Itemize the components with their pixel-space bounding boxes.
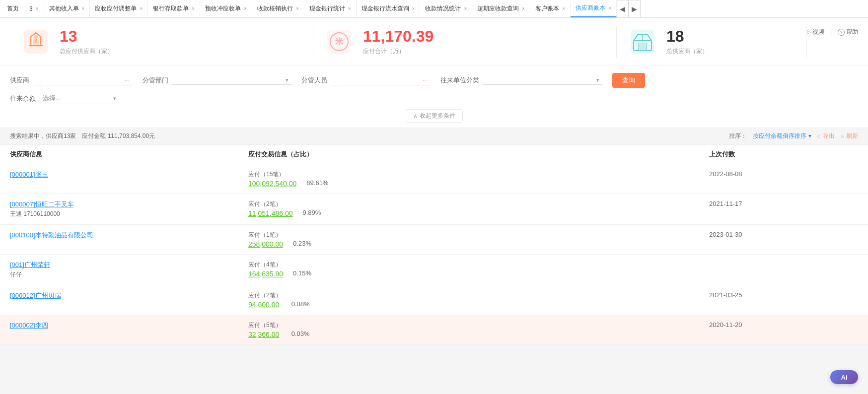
table-row: [000001]张三 应付（15笔） 100,092,540.00 89.61%… — [0, 164, 868, 194]
nav-item-customer-ledger[interactable]: 客户账本 × — [530, 0, 571, 17]
nav-item-3[interactable]: 3 × — [24, 0, 44, 17]
nav-item-label: 超期应收款查询 — [477, 4, 519, 13]
close-icon[interactable]: × — [244, 6, 247, 11]
amount-value[interactable]: 258,000.00 — [248, 240, 283, 248]
nav-item-collection-exec[interactable]: 收款核销执行 × — [252, 0, 304, 17]
supplier-input-text: ... — [36, 76, 125, 84]
close-icon[interactable]: × — [608, 5, 611, 11]
ai-assistant-button[interactable]: Ai — [830, 370, 858, 384]
export-button[interactable]: ○ 导出 — [817, 132, 835, 140]
help-link[interactable]: ? 帮助 — [838, 28, 858, 36]
nav-item-label: 应收应付调整单 — [95, 4, 137, 13]
nav-item-label: 客户账本 — [535, 4, 559, 13]
card2-label: 应付合计（万） — [363, 47, 434, 56]
svg-rect-9 — [639, 43, 647, 51]
collapse-button[interactable]: ∧ 收起更多条件 — [406, 109, 463, 123]
supplier-info-cell: [000012]广州贝瑞 — [10, 291, 248, 309]
nav-item-ar-ap-adjust[interactable]: 应收应付调整单 × — [90, 0, 148, 17]
close-icon[interactable]: × — [412, 6, 415, 11]
filter-row-2: 往来余额 选择... ▾ — [10, 93, 858, 104]
supplier-sub: 仔仔 — [10, 270, 248, 279]
close-icon[interactable]: × — [522, 6, 525, 11]
person-input[interactable]: ... ··· — [331, 75, 431, 85]
amount-value[interactable]: 94,600.00 — [248, 301, 282, 309]
search-button[interactable]: 查询 — [612, 73, 645, 88]
amount-label: 应付（4笔） — [248, 261, 283, 269]
last-pay-cell: 2020-11-20 — [709, 321, 858, 338]
nav-item-label: 预收冲应收单 — [205, 4, 241, 13]
supplier-info-cell: [000100]本特勤油品有限公司 — [10, 231, 248, 248]
card2-number: 11,170.39 — [363, 28, 434, 45]
amount-value[interactable]: 32,366.00 — [248, 330, 282, 338]
balance-select[interactable]: 选择... ▾ — [40, 93, 119, 104]
dept-select[interactable]: ▾ — [172, 76, 291, 85]
amount-label: 应付（5笔） — [248, 321, 282, 329]
sort-select[interactable]: 按应付余额倒序排序 ▾ — [753, 132, 811, 140]
export-label: 导出 — [823, 132, 835, 140]
nav-item-home[interactable]: 首页 — [2, 0, 24, 17]
supplier-info-cell: [000007]恒旺二手叉车 王通 17106110000 — [10, 200, 248, 218]
close-icon[interactable]: × — [36, 6, 39, 11]
amount-label: 应付（1笔） — [248, 231, 283, 239]
refresh-label: 刷新 — [846, 132, 858, 140]
nav-item-bank-deposit[interactable]: 银行存取款单 × — [148, 0, 200, 17]
nav-item-label: 首页 — [7, 4, 19, 13]
close-icon[interactable]: × — [192, 6, 195, 11]
collapse-label: 收起更多条件 — [420, 112, 455, 120]
close-icon[interactable]: × — [82, 6, 85, 11]
filter-row-1: 供应商 ... ··· 分管部门 ▾ 分管人员 ... ··· 往来单位分类 — [10, 73, 858, 88]
nav-item-cash-bank-stats[interactable]: 现金银行统计 × — [304, 0, 357, 17]
category-filter: 往来单位分类 ▾ — [440, 76, 602, 85]
supplier-link[interactable]: [000012]广州贝瑞 — [10, 291, 248, 300]
supplier-link[interactable]: [001]广州荣轩 — [10, 261, 248, 269]
video-link[interactable]: ▷ 视频 — [807, 28, 824, 36]
card3-number: 18 — [666, 28, 708, 45]
card1-content: 13 总应付供应商（家） — [60, 28, 113, 56]
col-header-supplier: 供应商信息 — [10, 150, 248, 159]
amount-info: 应付（2笔） 94,600.00 — [248, 291, 282, 309]
card3-content: 18 总供应商（家） — [666, 28, 708, 56]
close-icon[interactable]: × — [296, 6, 299, 11]
result-summary: 搜索结果中，供应商13家 应付金额 111,703,854.00元 — [10, 132, 155, 140]
close-icon[interactable]: × — [348, 6, 351, 11]
nav-item-label: 现金银行流水查询 — [362, 4, 409, 13]
card3-label: 总供应商（家） — [666, 47, 708, 56]
supplier-info-cell: [001]广州荣轩 仔仔 — [10, 261, 248, 279]
balance-chevron-down-icon: ▾ — [113, 95, 116, 102]
close-icon[interactable]: × — [562, 6, 565, 11]
dept-filter-label: 分管部门 — [143, 76, 168, 85]
nav-arrow-right[interactable]: ▶ — [629, 0, 641, 18]
amount-value[interactable]: 100,092,540.00 — [248, 180, 296, 188]
nav-arrow-left[interactable]: ◀ — [617, 0, 629, 18]
nav-item-other-income[interactable]: 其他收入单 × — [44, 0, 90, 17]
close-icon[interactable]: × — [140, 6, 143, 11]
amount-value[interactable]: 164,635.90 — [248, 270, 283, 278]
nav-item-supplier-ledger[interactable]: 供应商账本 × — [571, 0, 617, 17]
nav-bar: 首页 3 × 其他收入单 × 应收应付调整单 × 银行存取款单 × 预收冲应收单… — [0, 0, 868, 18]
amount-value[interactable]: 11,051,486.00 — [248, 209, 293, 217]
supplier-filter: 供应商 ... ··· — [10, 75, 133, 85]
supplier-link[interactable]: [000002]李四 — [10, 321, 248, 330]
amount-label: 应付（15笔） — [248, 170, 296, 179]
supplier-link[interactable]: [000100]本特勤油品有限公司 — [10, 231, 248, 240]
supplier-input[interactable]: ... ··· — [33, 75, 133, 85]
nav-item-collection-stats[interactable]: 收款情况统计 × — [420, 0, 472, 17]
supplier-link[interactable]: [000001]张三 — [10, 170, 248, 179]
supplier-info-cell: [000001]张三 — [10, 170, 248, 188]
table-row: [000002]李四 应付（5笔） 32,366.00 0.03% 2020-1… — [0, 315, 868, 345]
close-icon[interactable]: × — [464, 6, 467, 11]
col-header-last-pay: 上次付数 — [709, 150, 858, 159]
category-select[interactable]: ▾ — [483, 76, 602, 85]
summary-card-payable-suppliers: ¥ 13 总应付供应商（家） — [10, 26, 313, 58]
amount-info: 应付（1笔） 258,000.00 — [248, 231, 283, 248]
amount-percent: 9.89% — [303, 200, 321, 216]
result-bar: 搜索结果中，供应商13家 应付金额 111,703,854.00元 排序： 按应… — [0, 128, 868, 145]
supplier-info-cell: [000002]李四 — [10, 321, 248, 338]
refresh-button[interactable]: ○ 刷新 — [841, 132, 858, 140]
nav-item-cash-bank-flow[interactable]: 现金银行流水查询 × — [357, 0, 421, 17]
export-icon: ○ — [817, 133, 821, 140]
nav-item-advance-offset[interactable]: 预收冲应收单 × — [200, 0, 252, 17]
category-filter-label: 往来单位分类 — [440, 76, 479, 85]
nav-item-overdue-ar[interactable]: 超期应收款查询 × — [472, 0, 530, 17]
supplier-link[interactable]: [000007]恒旺二手叉车 — [10, 200, 248, 209]
